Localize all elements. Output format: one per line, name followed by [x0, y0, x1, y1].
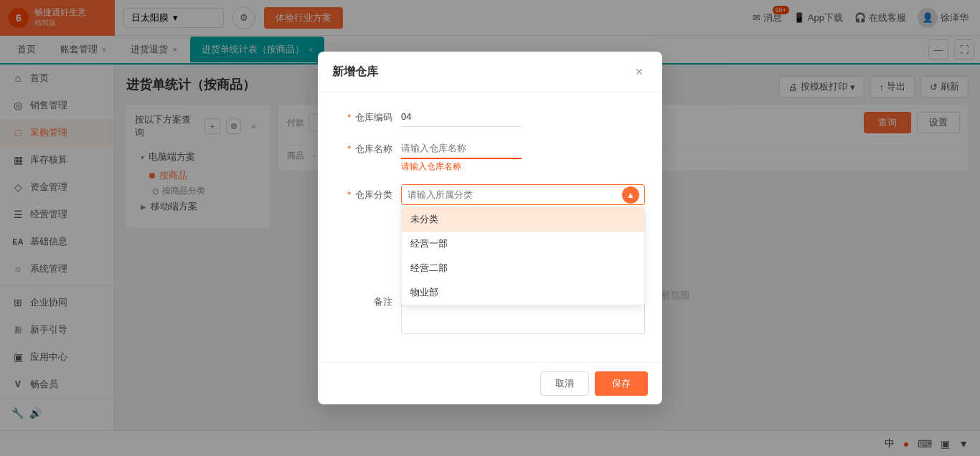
- name-control: 请输入仓库名称: [401, 138, 645, 173]
- dropdown-item-dept2[interactable]: 经营二部: [402, 256, 644, 280]
- category-dropdown-arrow[interactable]: ▲: [622, 186, 639, 204]
- modal-footer: 取消 保存: [318, 362, 662, 404]
- save-button[interactable]: 保存: [595, 371, 648, 396]
- form-row-category: * 仓库分类 ▲ 未分类 经营一部 经营二部 物业部: [335, 184, 645, 205]
- modal-add-warehouse: 新增仓库 × * 仓库编码 * 仓库名称: [318, 52, 662, 404]
- code-label-text: 仓库编码: [355, 112, 392, 123]
- name-label-text: 仓库名称: [355, 143, 392, 154]
- remark-label: 备注: [335, 291, 392, 308]
- category-control: ▲ 未分类 经营一部 经营二部 物业部: [401, 184, 645, 205]
- cancel-button[interactable]: 取消: [540, 371, 589, 396]
- category-input[interactable]: [401, 184, 645, 205]
- form-row-code: * 仓库编码: [335, 107, 645, 127]
- modal-close-button[interactable]: ×: [631, 63, 648, 80]
- code-input[interactable]: [401, 107, 522, 127]
- name-label: * 仓库名称: [335, 138, 392, 156]
- modal-overlay: 新增仓库 × * 仓库编码 * 仓库名称: [0, 0, 980, 456]
- name-input[interactable]: [401, 138, 522, 159]
- required-star: *: [347, 112, 351, 123]
- dropdown-item-dept3[interactable]: 物业部: [402, 280, 644, 305]
- modal-title: 新增仓库: [332, 65, 378, 80]
- category-dropdown-list: 未分类 经营一部 经营二部 物业部: [401, 206, 645, 305]
- dropdown-item-uncategorized[interactable]: 未分类: [402, 207, 644, 232]
- code-control: [401, 107, 645, 127]
- dropdown-item-dept1[interactable]: 经营一部: [402, 232, 644, 256]
- remark-label-text: 备注: [374, 296, 392, 307]
- modal-header: 新增仓库 ×: [318, 52, 662, 92]
- category-label-text: 仓库分类: [355, 189, 392, 200]
- code-label: * 仓库编码: [335, 107, 392, 124]
- name-required-star: *: [347, 143, 351, 154]
- category-label: * 仓库分类: [335, 184, 392, 201]
- form-row-name: * 仓库名称 请输入仓库名称: [335, 138, 645, 173]
- cat-required-star: *: [347, 189, 351, 200]
- modal-body: * 仓库编码 * 仓库名称 请输入仓库名称: [318, 92, 662, 362]
- name-error-msg: 请输入仓库名称: [401, 161, 645, 173]
